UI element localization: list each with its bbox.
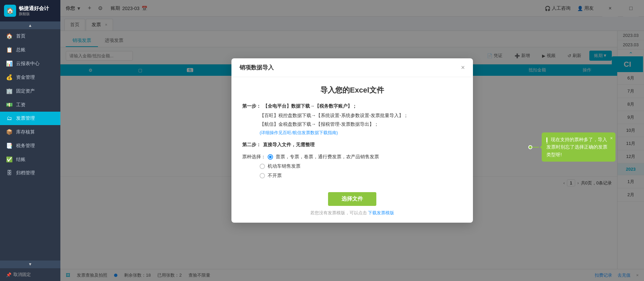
sidebar-item-invoice[interactable]: 🗂 发票管理 xyxy=(0,112,60,125)
modal-header: 销项数据导入 × xyxy=(231,58,473,77)
sidebar-item-label-salary: 工资 xyxy=(16,102,25,108)
modal-footer: 选择文件 若您没有发票模版，可以点击 下载发票模版 xyxy=(231,187,473,223)
step1-label-text: 第一步： xyxy=(242,103,261,109)
tooltip-bar: | xyxy=(546,137,547,142)
sidebar-item-fund[interactable]: 💰 资金管理 xyxy=(0,70,60,84)
ticket-select-label-text: 票种选择： xyxy=(242,154,266,160)
step1-line1: 【全电平台】数据下载→【税务数字账户】； xyxy=(263,103,357,109)
sidebar-item-label-invoice: 发票管理 xyxy=(16,115,35,121)
radio-normal-circle xyxy=(268,154,273,160)
download-template-link[interactable]: 下载发票模版 xyxy=(368,210,394,215)
download-note-text: 若您没有发票模版，可以点击 xyxy=(310,210,367,215)
fund-icon: 💰 xyxy=(6,74,13,80)
tooltip-text: 现在支持的票种多了，导入发票时别忘了选择正确的发票类型呀! xyxy=(546,137,607,157)
radio-motor-circle xyxy=(260,164,265,169)
sidebar-item-inventory[interactable]: 📦 库存核算 xyxy=(0,125,60,139)
sidebar-item-label-settle: 结账 xyxy=(16,157,25,163)
sidebar-item-label-archive: 归档管理 xyxy=(16,170,35,176)
radio-no-invoice-label: 不开票 xyxy=(268,173,282,179)
modal-main-title: 导入您的Excel文件 xyxy=(242,85,462,95)
logo-text-area: 畅捷通好会计 旗舰版 xyxy=(19,5,49,16)
cancel-pin-btn[interactable]: 📌 取消固定 xyxy=(0,268,60,281)
step1-line3: 【航信】金税盘数据下载→【报税管理-发票数据导出】； xyxy=(260,120,462,128)
sidebar-item-label-home: 首页 xyxy=(16,33,25,39)
invoice-icon: 🗂 xyxy=(6,115,13,121)
asset-icon: 🏢 xyxy=(6,88,13,94)
sidebar-scroll-up[interactable]: ▲ xyxy=(0,22,60,29)
sidebar-item-label-fund: 资金管理 xyxy=(16,74,35,80)
sidebar-item-label-ledger: 总账 xyxy=(16,47,25,53)
tooltip-box: × | 现在支持的票种多了，导入发票时别忘了选择正确的发票类型呀! xyxy=(542,132,615,162)
radio-motor-label: 机动车销售发票 xyxy=(268,163,301,169)
modal-close-btn[interactable]: × xyxy=(461,64,465,71)
tax-icon: 📑 xyxy=(6,143,13,149)
salary-icon: 💵 xyxy=(6,102,13,108)
pin-icon: 📌 xyxy=(6,272,11,277)
sidebar-item-label-asset: 固定资产 xyxy=(16,88,35,94)
logo-name: 畅捷通好会计 xyxy=(19,5,49,11)
sidebar-item-label-tax: 税务管理 xyxy=(16,143,35,149)
ledger-icon: 📋 xyxy=(6,47,13,53)
sidebar-item-label-inventory: 库存核算 xyxy=(16,129,35,135)
sidebar-scroll-down[interactable]: ▼ xyxy=(0,261,60,268)
ticket-select-section: 票种选择： 普票，专票，卷票，通行费发票，农产品销售发票 xyxy=(242,154,462,179)
radio-no-invoice[interactable]: 不开票 xyxy=(260,173,462,179)
home-icon: 🏠 xyxy=(6,33,13,39)
step1-content: 【百旺】税控盘数据下载→【系统设置-系统参数设置-发票批量导入】； 【航信】金税… xyxy=(260,111,462,135)
sidebar-item-asset[interactable]: 🏢 固定资产 xyxy=(0,84,60,98)
archive-icon: 🗄 xyxy=(6,170,13,176)
step2-label-text: 第二步： xyxy=(242,142,261,148)
modal-title: 销项数据导入 xyxy=(239,64,274,71)
sidebar-logo: 🏠 畅捷通好会计 旗舰版 xyxy=(0,0,60,22)
report-icon: 📊 xyxy=(6,60,13,67)
sidebar-item-tax[interactable]: 📑 税务管理 xyxy=(0,139,60,153)
tooltip-dot xyxy=(528,145,532,149)
ticket-select-label: 票种选择： 普票，专票，卷票，通行费发票，农产品销售发票 xyxy=(242,154,462,160)
step1-link[interactable]: (详细操作见百旺/航信发票数据下载指南) xyxy=(260,130,462,136)
sidebar-item-report[interactable]: 📊 云报表中心 xyxy=(0,57,60,70)
tooltip-close-btn[interactable]: × xyxy=(610,134,613,142)
download-template-area: 若您没有发票模版，可以点击 下载发票模版 xyxy=(310,210,394,216)
step2-label: 第二步： 直接导入文件，无需整理 xyxy=(242,142,462,148)
app-layout: 🏠 畅捷通好会计 旗舰版 ▲ 🏠 首页 📋 总账 📊 云报表中心 💰 资金管 xyxy=(0,0,644,281)
logo-version: 旗舰版 xyxy=(19,11,49,16)
inventory-icon: 📦 xyxy=(6,129,13,135)
select-file-btn[interactable]: 选择文件 xyxy=(328,192,376,206)
main-area: 你您 ▼ + ⚙ 账期 2023-03 📅 🎧 人工咨询 👤 用友 xyxy=(60,0,644,281)
modal-overlay: 销项数据导入 × 导入您的Excel文件 第一步： 【全电平台】数据下载→【税务… xyxy=(60,0,644,281)
sidebar-item-ledger[interactable]: 📋 总账 xyxy=(0,43,60,57)
step2-text: 直接导入文件，无需整理 xyxy=(263,142,315,148)
radio-normal-label: 普票，专票，卷票，通行费发票，农产品销售发票 xyxy=(276,154,379,160)
radio-group: 机动车销售发票 不开票 xyxy=(260,163,462,179)
sidebar: 🏠 畅捷通好会计 旗舰版 ▲ 🏠 首页 📋 总账 📊 云报表中心 💰 资金管 xyxy=(0,0,60,281)
step1-label: 第一步： 【全电平台】数据下载→【税务数字账户】； xyxy=(242,103,462,109)
logo-icon: 🏠 xyxy=(4,5,16,17)
modal-dialog: 销项数据导入 × 导入您的Excel文件 第一步： 【全电平台】数据下载→【税务… xyxy=(231,58,473,222)
sidebar-scroll: 🏠 首页 📋 总账 📊 云报表中心 💰 资金管理 🏢 固定资产 💵 工资 xyxy=(0,29,60,261)
sidebar-item-salary[interactable]: 💵 工资 xyxy=(0,98,60,112)
cancel-pin-label: 取消固定 xyxy=(13,272,31,278)
radio-normal[interactable]: 普票，专票，卷票，通行费发票，农产品销售发票 xyxy=(268,154,379,160)
sidebar-item-settle[interactable]: ✅ 结账 xyxy=(0,153,60,166)
radio-motor[interactable]: 机动车销售发票 xyxy=(260,163,462,169)
modal-body: 导入您的Excel文件 第一步： 【全电平台】数据下载→【税务数字账户】； 【百… xyxy=(231,77,473,186)
step1-section: 第一步： 【全电平台】数据下载→【税务数字账户】； 【百旺】税控盘数据下载→【系… xyxy=(242,103,462,135)
radio-no-invoice-circle xyxy=(260,173,265,178)
step2-section: 第二步： 直接导入文件，无需整理 xyxy=(242,142,462,148)
settle-icon: ✅ xyxy=(6,156,13,163)
radio-normal-dot xyxy=(269,156,272,158)
sidebar-item-label-report: 云报表中心 xyxy=(16,61,40,67)
sidebar-item-archive[interactable]: 🗄 归档管理 xyxy=(0,166,60,180)
step1-line2: 【百旺】税控盘数据下载→【系统设置-系统参数设置-发票批量导入】； xyxy=(260,111,462,120)
sidebar-item-home[interactable]: 🏠 首页 xyxy=(0,29,60,43)
